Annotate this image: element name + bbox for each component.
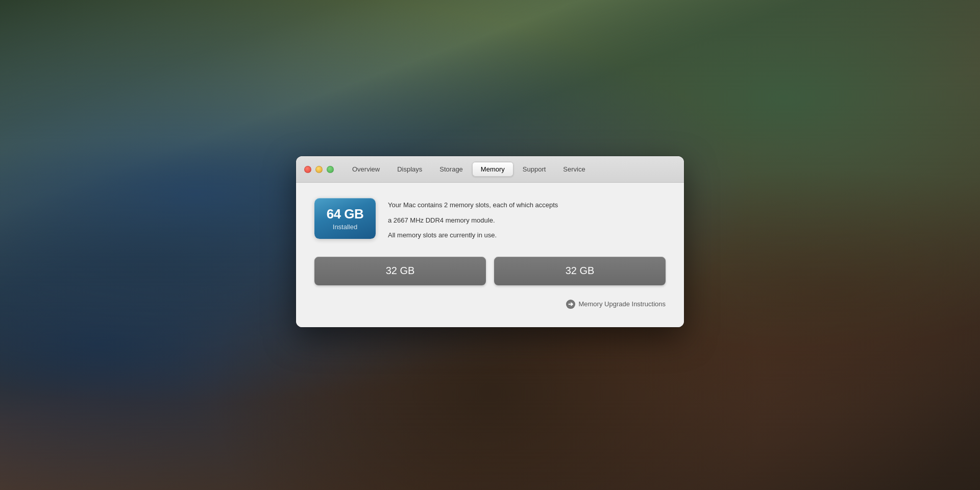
memory-header: 64 GB Installed Your Mac contains 2 memo… bbox=[314, 198, 666, 240]
maximize-button[interactable] bbox=[327, 166, 334, 173]
memory-panel: 64 GB Installed Your Mac contains 2 memo… bbox=[296, 183, 684, 327]
tab-overview[interactable]: Overview bbox=[344, 162, 388, 176]
memory-slots: 32 GB 32 GB bbox=[314, 257, 666, 285]
memory-desc-line2: a 2667 MHz DDR4 memory module. bbox=[388, 215, 558, 226]
memory-description: Your Mac contains 2 memory slots, each o… bbox=[388, 198, 558, 240]
traffic-lights bbox=[304, 166, 334, 173]
system-information-window: Overview Displays Storage Memory Support… bbox=[296, 156, 684, 327]
title-bar: Overview Displays Storage Memory Support… bbox=[296, 156, 684, 183]
memory-upgrade-link[interactable]: ➔ Memory Upgrade Instructions bbox=[566, 300, 666, 309]
tab-bar: Overview Displays Storage Memory Support… bbox=[344, 162, 594, 177]
memory-desc-line3: All memory slots are currently in use. bbox=[388, 230, 558, 240]
memory-installed-label: Installed bbox=[333, 223, 357, 231]
memory-badge: 64 GB Installed bbox=[314, 198, 376, 239]
memory-slot-2-label: 32 GB bbox=[566, 265, 595, 277]
tab-service[interactable]: Service bbox=[555, 162, 593, 176]
upgrade-link-label: Memory Upgrade Instructions bbox=[578, 300, 666, 308]
close-button[interactable] bbox=[304, 166, 311, 173]
memory-footer: ➔ Memory Upgrade Instructions bbox=[314, 300, 666, 309]
tab-support[interactable]: Support bbox=[514, 162, 554, 176]
tab-displays[interactable]: Displays bbox=[389, 162, 430, 176]
memory-desc-line1: Your Mac contains 2 memory slots, each o… bbox=[388, 200, 558, 210]
minimize-button[interactable] bbox=[315, 166, 323, 173]
tab-memory[interactable]: Memory bbox=[472, 162, 513, 177]
memory-slot-2: 32 GB bbox=[494, 257, 666, 285]
tab-storage[interactable]: Storage bbox=[431, 162, 471, 176]
memory-size: 64 GB bbox=[327, 206, 364, 222]
upgrade-icon: ➔ bbox=[566, 300, 575, 309]
memory-slot-1-label: 32 GB bbox=[386, 265, 415, 277]
memory-slot-1: 32 GB bbox=[314, 257, 486, 285]
